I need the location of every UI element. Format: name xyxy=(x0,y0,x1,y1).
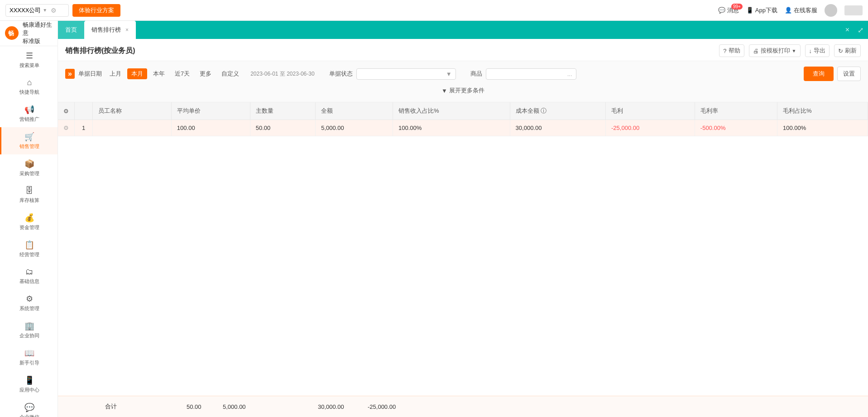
settings-button[interactable]: 设置 xyxy=(837,67,861,81)
sidebar-label-finance: 资金管理 xyxy=(19,224,39,231)
status-label: 单据状态 xyxy=(329,70,353,78)
main-layout: 畅 畅康通好生意 标准版 ☰ 搜索菜单 ⌂ 快捷导航 📢 营销推广 🛒 销售管理… xyxy=(0,21,868,417)
app-download-button[interactable]: 📱 App下载 xyxy=(746,6,777,14)
sidebar-item-corp[interactable]: 🏢 企业协同 xyxy=(0,316,58,344)
company-selector[interactable]: XXXXX公司 ▼ ⚙ xyxy=(5,4,69,17)
sidebar-icon-basic: 🗂 xyxy=(25,267,34,277)
footer-cost: 30,000.00 xyxy=(312,401,362,413)
settings-icon[interactable]: ⚙ xyxy=(51,7,57,14)
date-label: 单据日期 xyxy=(78,70,102,78)
cell-cost: 30,000.00 xyxy=(510,120,605,136)
tab-bar: 首页 销售排行榜 × × ⤢ xyxy=(58,21,868,39)
date-tab-this-month[interactable]: 本月 xyxy=(127,68,147,79)
expand-more-button[interactable]: ▼ 展开更多条件 xyxy=(441,85,484,96)
sidebar-icon-apps: 📱 xyxy=(24,375,34,385)
status-select[interactable]: ▼ xyxy=(356,68,456,80)
tab-close-all-icon[interactable]: × xyxy=(842,26,853,34)
cell-rank: 1 xyxy=(75,120,93,136)
sidebar-label-wechat: 企业微信 xyxy=(19,414,39,417)
date-tab-custom[interactable]: 自定义 xyxy=(217,68,243,79)
sidebar-item-apps[interactable]: 📱 应用中心 xyxy=(0,371,58,398)
footer-empty-1 xyxy=(63,404,100,409)
username-area[interactable] xyxy=(844,5,863,15)
footer-gross: -25,000.00 xyxy=(362,401,412,413)
print-button[interactable]: 🖨 按模板打印 ▼ xyxy=(749,44,801,57)
sidebar-item-system[interactable]: ⚙ 系统管理 xyxy=(0,289,58,316)
cell-amount: 5,000.00 xyxy=(316,120,393,136)
sidebar-icon-operation: 📋 xyxy=(24,240,34,250)
date-tab-this-year[interactable]: 本年 xyxy=(149,68,169,79)
tab-home[interactable]: 首页 xyxy=(58,21,84,39)
refresh-button[interactable]: ↻ 刷新 xyxy=(834,44,861,57)
tab-close-icon[interactable]: × xyxy=(125,27,129,33)
sidebar-label-sales: 销售管理 xyxy=(19,143,39,150)
sidebar-item-operation[interactable]: 📋 经营管理 xyxy=(0,235,58,263)
cell-name xyxy=(93,120,172,136)
date-tabs: 上月本月本年近7天更多自定义 xyxy=(106,68,243,79)
filter-arrow-icon[interactable]: » xyxy=(65,69,75,79)
cell-gross: -25,000.00 xyxy=(606,120,695,136)
sidebar-item-basic[interactable]: 🗂 基础信息 xyxy=(0,263,58,289)
chevron-down-icon: ▼ xyxy=(43,8,47,13)
help-button[interactable]: ? 帮助 xyxy=(719,44,744,57)
col-header-gross_pct: 毛利占比% xyxy=(777,102,868,120)
sidebar-item-sales[interactable]: 🛒 销售管理 xyxy=(0,127,58,154)
sidebar-item-inventory[interactable]: 🗄 库存核算 xyxy=(0,182,58,208)
app-icon: 📱 xyxy=(746,7,753,14)
trial-button[interactable]: 体验行业方案 xyxy=(72,4,120,17)
sidebar-item-guide[interactable]: 📖 新手引导 xyxy=(0,344,58,371)
col-header-sales_pct: 销售收入占比% xyxy=(393,102,510,120)
goods-ellipsis: ... xyxy=(567,71,572,77)
cell-main_qty: 50.00 xyxy=(250,120,316,136)
sidebar-item-marketing[interactable]: 📢 营销推广 xyxy=(0,100,58,127)
content-area: 首页 销售排行榜 × × ⤢ 销售排行榜(按业务员) ? 帮助 xyxy=(58,21,868,417)
sidebar-item-purchase[interactable]: 📦 采购管理 xyxy=(0,154,58,182)
goods-input[interactable]: ... xyxy=(486,68,576,80)
tab-maximize-icon[interactable]: ⤢ xyxy=(853,26,868,34)
avatar[interactable] xyxy=(825,4,837,17)
sidebar-label-apps: 应用中心 xyxy=(19,387,39,393)
online-service-label: 在线客服 xyxy=(794,6,817,14)
query-button[interactable]: 查询 xyxy=(804,67,834,81)
date-filter: » 单据日期 上月本月本年近7天更多自定义 2023-06-01 至 2023-… xyxy=(65,68,315,79)
col-header-amount: 全额 xyxy=(316,102,393,120)
table-footer: 合计 50.00 5,000.00 30,000.00 -25,000.00 xyxy=(58,396,868,417)
sidebar-icon-system: ⚙ xyxy=(26,294,33,304)
sidebar-label-marketing: 营销推广 xyxy=(19,116,39,123)
tab-sales-rank[interactable]: 销售排行榜 × xyxy=(84,21,136,39)
sidebar: 畅 畅康通好生意 标准版 ☰ 搜索菜单 ⌂ 快捷导航 📢 营销推广 🛒 销售管理… xyxy=(0,21,58,417)
sidebar-icon-marketing: 📢 xyxy=(24,105,34,115)
sidebar-item-wechat[interactable]: 💬 企业微信 xyxy=(0,398,58,417)
online-service-button[interactable]: 👤 在线客服 xyxy=(785,6,817,14)
page-actions: ? 帮助 🖨 按模板打印 ▼ ↓ 导出 ↻ 刷新 xyxy=(719,44,861,57)
footer-gross-rate xyxy=(412,404,457,409)
message-button[interactable]: 💬 消息 99+ xyxy=(718,6,739,14)
export-button[interactable]: ↓ 导出 xyxy=(805,44,830,57)
collapse-icon-area[interactable]: » xyxy=(65,69,75,79)
sidebar-item-finance[interactable]: 💰 资金管理 xyxy=(0,208,58,235)
message-icon: 💬 xyxy=(718,7,725,14)
logo-text: 畅康通好生意 标准版 xyxy=(23,21,53,46)
footer-amount: 5,000.00 xyxy=(217,401,263,413)
page-header: 销售排行榜(按业务员) ? 帮助 🖨 按模板打印 ▼ ↓ 导出 xyxy=(58,39,868,61)
cell-sales_pct: 100.00% xyxy=(393,120,510,136)
help-icon: ? xyxy=(723,48,726,54)
sidebar-item-search-order[interactable]: ☰ 搜索菜单 xyxy=(0,46,58,73)
footer-gross-pct xyxy=(457,404,494,409)
goods-label: 商品 xyxy=(470,70,482,78)
print-dropdown-icon: ▼ xyxy=(792,48,796,53)
col-header-gross_rate: 毛利率 xyxy=(695,102,777,120)
top-right-area: 💬 消息 99+ 📱 App下载 👤 在线客服 xyxy=(718,4,863,17)
date-tab-more[interactable]: 更多 xyxy=(196,68,216,79)
sidebar-icon-search-order: ☰ xyxy=(26,51,33,61)
sidebar-item-quick-nav[interactable]: ⌂ 快捷导航 xyxy=(0,73,58,100)
date-tab-7days[interactable]: 近7天 xyxy=(171,68,194,79)
status-arrow-icon: ▼ xyxy=(446,71,452,77)
col-header-main_qty: 主数量 xyxy=(250,102,316,120)
footer-label: 合计 xyxy=(100,400,127,413)
date-tab-last-month[interactable]: 上月 xyxy=(106,68,125,79)
table-body: ⚙1100.0050.005,000.00100.00%30,000.00-25… xyxy=(58,120,868,136)
tab-home-label: 首页 xyxy=(65,26,77,34)
col-header-settings[interactable]: ⚙ xyxy=(58,102,75,120)
table-head: ⚙员工名称平均单价主数量全额销售收入占比%成本全额 ⓘ毛利毛利率毛利占比% xyxy=(58,102,868,120)
